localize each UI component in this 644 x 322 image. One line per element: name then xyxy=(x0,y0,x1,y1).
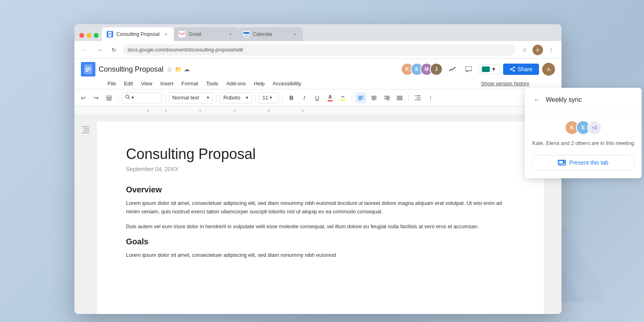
nav-bar: ← → ↻ docs.google.com/document/d/consult… xyxy=(74,41,561,59)
docs-title-row: Consulting Proposal ☆ 📁 ☁ K E M J xyxy=(81,62,555,76)
svg-line-21 xyxy=(512,68,513,69)
docs-app-icon xyxy=(81,62,95,76)
tab-docs[interactable]: Consulting Proposal × xyxy=(102,27,174,41)
close-traffic-light[interactable] xyxy=(79,33,84,38)
comment-icon[interactable] xyxy=(462,63,475,76)
nav-user-avatar[interactable]: A xyxy=(533,45,543,55)
doc-sidebar xyxy=(74,115,97,314)
style-label: Normal text xyxy=(172,95,199,101)
tab-gmail-label: Gmail xyxy=(188,31,201,37)
svg-rect-4 xyxy=(109,33,111,33)
trend-icon[interactable] xyxy=(446,63,459,76)
align-justify-button[interactable] xyxy=(394,92,405,103)
meet-icon xyxy=(482,66,490,72)
tab-calendar-close[interactable]: × xyxy=(291,31,298,37)
doc-title-text: Consulting Proposal xyxy=(99,65,163,74)
meet-label: ▼ xyxy=(491,66,496,72)
toolbar-separator-1 xyxy=(118,94,118,102)
popup-header: ← Weekly sync xyxy=(525,88,642,112)
share-button[interactable]: Share xyxy=(503,64,539,75)
menu-insert[interactable]: Insert xyxy=(156,79,178,88)
back-button[interactable]: ← xyxy=(79,44,91,56)
svg-point-19 xyxy=(510,68,512,70)
popup-body: K E +2 Kate, Elena and 2 others are in t… xyxy=(525,112,642,178)
menu-edit[interactable]: Edit xyxy=(120,79,137,88)
calendar-tab-icon: 15 xyxy=(243,31,250,37)
outline-icon[interactable] xyxy=(79,123,92,136)
cloud-icon[interactable]: ☁ xyxy=(184,66,190,72)
menu-addons[interactable]: Add-ons xyxy=(222,79,250,88)
docs-user-avatar[interactable]: A xyxy=(542,63,555,76)
tab-bar: Consulting Proposal × Gmail × 15 Calenda… xyxy=(74,24,561,41)
doc-area: Consulting Proposal September 04, 20XX O… xyxy=(74,115,561,314)
svg-marker-17 xyxy=(487,67,489,71)
text-color-button[interactable]: A xyxy=(324,92,336,103)
svg-line-27 xyxy=(128,98,130,99)
bold-button[interactable]: B xyxy=(286,92,297,103)
traffic-lights xyxy=(78,33,102,41)
meeting-avatars[interactable]: K E M J xyxy=(401,63,443,76)
document-paper: Consulting Proposal September 04, 20XX O… xyxy=(97,122,544,314)
popup-avatar-count: +2 xyxy=(587,120,602,135)
svg-rect-50 xyxy=(82,132,89,133)
align-left-button[interactable] xyxy=(355,92,367,103)
zoom-dropdown[interactable]: ▾ xyxy=(122,92,162,103)
goals-body[interactable]: Lorem ipsum dolor sit amet, consectetuer… xyxy=(126,251,515,260)
tab-docs-close[interactable]: × xyxy=(163,31,169,37)
tab-gmail-close[interactable]: × xyxy=(227,31,233,37)
menu-view[interactable]: View xyxy=(137,79,156,88)
overview-body-2[interactable]: Duis autem vel eum iriure dolor in hendr… xyxy=(126,223,515,231)
toolbar-separator-7 xyxy=(409,94,409,102)
toolbar-separator-5 xyxy=(282,94,283,102)
highlight-color-button[interactable]: ✏ xyxy=(337,92,349,103)
address-bar[interactable]: docs.google.com/document/d/consulting-pr… xyxy=(123,44,516,56)
svg-rect-52 xyxy=(559,161,563,164)
maximize-traffic-light[interactable] xyxy=(94,33,99,38)
folder-icon[interactable]: 📁 xyxy=(175,66,182,72)
more-options-icon[interactable]: ⋮ xyxy=(545,44,557,56)
docs-header: Consulting Proposal ☆ 📁 ☁ K E M J xyxy=(74,59,561,89)
undo-button[interactable]: ↩ xyxy=(78,92,89,103)
font-dropdown[interactable]: Roboto ▾ xyxy=(220,92,252,103)
underline-button[interactable]: U xyxy=(312,92,323,103)
meet-button[interactable]: ▼ xyxy=(478,64,500,74)
menu-help[interactable]: Help xyxy=(250,79,269,88)
nav-right-controls: ☆ A ⋮ xyxy=(519,44,557,56)
style-dropdown[interactable]: Normal text ▾ xyxy=(169,92,213,103)
redo-button[interactable]: ↪ xyxy=(91,92,102,103)
docs-tab-icon xyxy=(107,31,113,37)
menu-accessibility[interactable]: Accessibility xyxy=(269,79,305,88)
svg-rect-23 xyxy=(107,95,111,98)
tab-gmail[interactable]: Gmail × xyxy=(174,27,238,41)
present-tab-label: Present this tab xyxy=(569,159,608,166)
svg-text:15: 15 xyxy=(245,34,248,37)
menu-file[interactable]: File xyxy=(103,79,120,88)
popup-back-button[interactable]: ← xyxy=(531,94,543,105)
bookmark-icon[interactable]: ☆ xyxy=(519,44,530,56)
align-right-button[interactable] xyxy=(381,92,392,103)
reload-button[interactable]: ↻ xyxy=(108,44,120,56)
version-history-link[interactable]: Show version history xyxy=(478,79,533,88)
line-spacing-button[interactable] xyxy=(412,92,423,103)
star-icon[interactable]: ☆ xyxy=(167,66,172,73)
print-button[interactable] xyxy=(103,92,115,103)
italic-button[interactable]: I xyxy=(299,92,310,103)
zoom-value xyxy=(125,95,130,101)
browser-window: Consulting Proposal × Gmail × 15 Calenda… xyxy=(74,24,561,314)
svg-point-26 xyxy=(126,95,129,98)
minimize-traffic-light[interactable] xyxy=(87,33,91,38)
svg-rect-16 xyxy=(483,68,487,71)
tab-calendar[interactable]: 15 Calendar × xyxy=(238,27,303,41)
align-center-button[interactable] xyxy=(368,92,380,103)
share-label: Share xyxy=(518,66,533,72)
size-dropdown[interactable]: 11 ▾ xyxy=(259,92,279,103)
more-options-toolbar[interactable]: ⋮ xyxy=(425,92,436,103)
menu-format[interactable]: Format xyxy=(178,79,202,88)
svg-rect-5 xyxy=(109,34,111,34)
overview-body[interactable]: Lorem ipsum dolor sit amet, consectetuer… xyxy=(126,199,515,216)
menu-tools[interactable]: Tools xyxy=(202,79,222,88)
present-tab-button[interactable]: Present this tab xyxy=(531,155,635,170)
tab-calendar-label: Calendar xyxy=(253,31,272,37)
forward-button[interactable]: → xyxy=(94,44,105,56)
overview-heading: Overview xyxy=(126,185,515,194)
